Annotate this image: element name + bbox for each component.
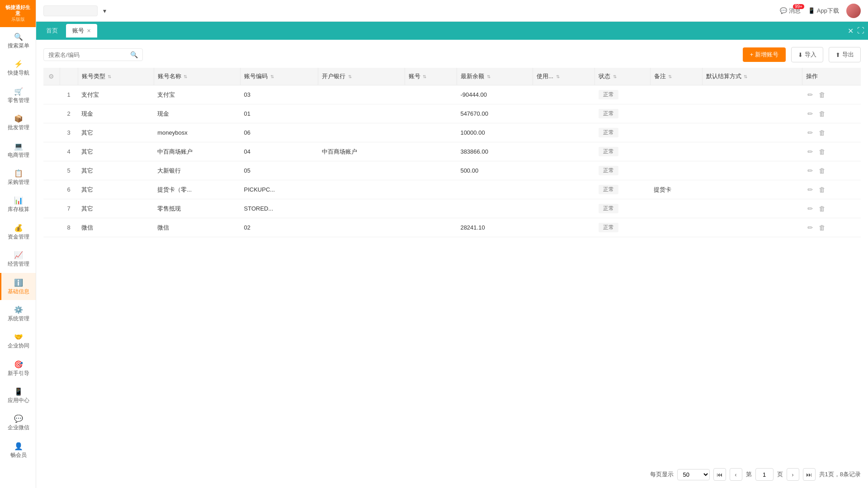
sidebar-icon-guide: 🎯 [14, 360, 23, 369]
delete-btn-2[interactable]: 🗑 [817, 129, 827, 136]
delete-btn-4[interactable]: 🗑 [817, 167, 827, 174]
row-code-1: 01 [241, 104, 318, 123]
edit-btn-1[interactable]: ✏ [806, 110, 815, 118]
col-note[interactable]: 备注 ⇅ [650, 68, 702, 85]
status-badge-0: 正常 [599, 90, 618, 99]
edit-btn-6[interactable]: ✏ [806, 205, 815, 213]
tab-close-all-icon[interactable]: ✕ [848, 27, 854, 35]
col-settings[interactable]: ⚙ [43, 68, 60, 85]
page-last-btn[interactable]: ⏭ [803, 468, 816, 481]
row-status-5: 正常 [595, 180, 650, 199]
table-row: 7 其它 零售抵现 STORED... 正常 ✏ 🗑 [43, 199, 861, 218]
tab-account[interactable]: 账号 ✕ [66, 24, 97, 38]
page-input[interactable] [755, 468, 774, 481]
sidebar-item-wholesale[interactable]: 📦 批发管理 [0, 109, 36, 136]
row-default-settle-7 [702, 218, 802, 237]
col-account[interactable]: 账号 ⇅ [405, 68, 457, 85]
edit-btn-0[interactable]: ✏ [806, 91, 815, 99]
delete-btn-3[interactable]: 🗑 [817, 148, 827, 155]
content-area: 🔍 + 新增账号 ⬇ 导入 ⬆ 导出 ⚙ [36, 40, 868, 488]
export-button[interactable]: ⬆ 导出 [829, 47, 861, 62]
row-usage-1 [533, 104, 595, 123]
row-settings-0 [43, 85, 60, 104]
page-label-prefix: 第 [746, 470, 752, 479]
col-name[interactable]: 账号名称 ⇅ [154, 68, 240, 85]
sidebar-item-operations[interactable]: 📈 经营管理 [0, 245, 36, 272]
export-icon: ⬆ [835, 52, 840, 58]
delete-btn-7[interactable]: 🗑 [817, 224, 827, 231]
table-row: 1 支付宝 支付宝 03 -90444.00 正常 ✏ 🗑 [43, 85, 861, 104]
page-size-select[interactable]: 50 100 200 [677, 469, 710, 480]
sidebar-item-retail[interactable]: 🛒 零售管理 [0, 82, 36, 109]
sidebar-item-system[interactable]: ⚙️ 系统管理 [0, 300, 36, 327]
row-code-2: 06 [241, 123, 318, 142]
sidebar-item-finance[interactable]: 💰 资金管理 [0, 218, 36, 245]
col-type[interactable]: 账号类型 ⇅ [78, 68, 154, 85]
page-next-btn[interactable]: › [787, 468, 799, 481]
search-icon[interactable]: 🔍 [130, 51, 138, 58]
row-balance-2: 10000.00 [457, 123, 533, 142]
sidebar-item-enterprise-agreement[interactable]: 🤝 企业协同 [0, 327, 36, 354]
sidebar-item-inventory[interactable]: 📊 库存核算 [0, 191, 36, 218]
col-usage[interactable]: 使用... ⇅ [533, 68, 595, 85]
user-avatar[interactable] [846, 4, 861, 18]
message-button[interactable]: 💬 消息 99+ [780, 7, 801, 15]
search-box: 🔍 [43, 48, 143, 61]
tab-expand-icon[interactable]: ⛶ [857, 27, 864, 35]
row-settings-5 [43, 180, 60, 199]
row-account-5 [405, 180, 457, 199]
sidebar-item-purchase[interactable]: 📋 采购管理 [0, 164, 36, 191]
col-bank[interactable]: 开户银行 ⇅ [318, 68, 405, 85]
row-name-3: 中百商场账户 [154, 142, 240, 161]
tab-account-close[interactable]: ✕ [87, 28, 91, 34]
sidebar-label-guide: 新手引导 [8, 370, 29, 376]
tab-home[interactable]: 首页 [40, 24, 64, 38]
app-download-label: App下载 [817, 7, 839, 15]
edit-btn-2[interactable]: ✏ [806, 129, 815, 137]
col-status[interactable]: 状态 ⇅ [595, 68, 650, 85]
row-note-1 [650, 104, 702, 123]
account-table-container: ⚙ 账号类型 ⇅ 账号名称 ⇅ 账号编码 ⇅ 开户银行 ⇅ 账号 ⇅ 最新余额 … [43, 68, 861, 463]
row-actions-2: ✏ 🗑 [802, 123, 861, 142]
page-first-btn[interactable]: ⏮ [713, 468, 726, 481]
sidebar-item-app-center[interactable]: 📱 应用中心 [0, 382, 36, 409]
col-code[interactable]: 账号编码 ⇅ [241, 68, 318, 85]
sidebar-item-search-menu[interactable]: 🔍 搜索菜单 [0, 27, 36, 54]
delete-btn-6[interactable]: 🗑 [817, 205, 827, 212]
sidebar-item-guide[interactable]: 🎯 新手引导 [0, 355, 36, 382]
col-default-settle[interactable]: 默认结算方式 ⇅ [702, 68, 802, 85]
edit-btn-3[interactable]: ✏ [806, 148, 815, 156]
edit-btn-5[interactable]: ✏ [806, 186, 815, 194]
topbar-search-input[interactable] [43, 5, 98, 16]
delete-btn-1[interactable]: 🗑 [817, 110, 827, 117]
table-row: 3 其它 moneybosx 06 10000.00 正常 ✏ 🗑 [43, 123, 861, 142]
edit-btn-4[interactable]: ✏ [806, 167, 815, 175]
edit-btn-7[interactable]: ✏ [806, 224, 815, 232]
sidebar-label-enterprise-agreement: 企业协同 [8, 343, 29, 349]
row-status-1: 正常 [595, 104, 650, 123]
row-bank-7 [318, 218, 405, 237]
import-button[interactable]: ⬇ 导入 [791, 47, 823, 62]
sidebar-icon-finance: 💰 [14, 224, 23, 232]
row-no-7: 8 [60, 218, 78, 237]
row-no-0: 1 [60, 85, 78, 104]
sidebar-item-basic-info[interactable]: ℹ️ 基础信息 [0, 273, 36, 300]
delete-btn-5[interactable]: 🗑 [817, 186, 827, 193]
sidebar-item-ecommerce[interactable]: 💻 电商管理 [0, 136, 36, 164]
sidebar-item-enterprise-wechat[interactable]: 💬 企业微信 [0, 409, 36, 436]
search-input[interactable] [48, 52, 130, 58]
tabbar-actions: ✕ ⛶ [848, 27, 864, 35]
page-prev-btn[interactable]: ‹ [730, 468, 742, 481]
row-actions-7: ✏ 🗑 [802, 218, 861, 237]
sidebar-item-member[interactable]: 👤 畅会员 [0, 436, 36, 464]
table-header-row: ⚙ 账号类型 ⇅ 账号名称 ⇅ 账号编码 ⇅ 开户银行 ⇅ 账号 ⇅ 最新余额 … [43, 68, 861, 85]
delete-btn-0[interactable]: 🗑 [817, 91, 827, 99]
topbar-dropdown-icon[interactable]: ▾ [103, 7, 106, 14]
sort-bank-icon: ⇅ [348, 74, 352, 79]
sidebar-item-quick-nav[interactable]: ⚡ 快捷导航 [0, 54, 36, 81]
col-balance[interactable]: 最新余额 ⇅ [457, 68, 533, 85]
app-download-button[interactable]: 📱 App下载 [808, 7, 839, 15]
sort-account-icon: ⇅ [423, 74, 426, 79]
add-account-button[interactable]: + 新增账号 [743, 47, 786, 62]
row-balance-7: 28241.10 [457, 218, 533, 237]
